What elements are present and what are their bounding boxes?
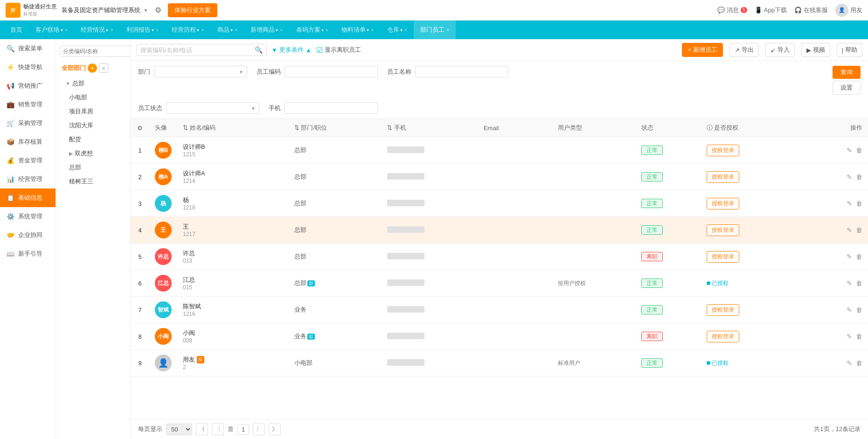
- dept-select[interactable]: [154, 66, 247, 77]
- import-button[interactable]: ↙ 导入: [765, 43, 795, 57]
- sidebar-item-operation[interactable]: 📊 经营管理: [0, 170, 56, 188]
- col-phone[interactable]: ⇅ 手机: [382, 119, 478, 137]
- delete-icon-0[interactable]: 🗑: [856, 146, 862, 154]
- dept-node-shenyangdaku[interactable]: 沈阳大库: [56, 118, 130, 132]
- dept-node-xiangmukufang[interactable]: 项目库房: [56, 105, 130, 118]
- tab-barcode[interactable]: 条码方案 ▾×: [290, 21, 335, 39]
- sidebar-item-finance[interactable]: 💰 资金管理: [0, 151, 56, 170]
- sidebar-item-purchase[interactable]: 🛒 采购管理: [0, 114, 56, 132]
- emp-search-input[interactable]: [140, 47, 255, 54]
- tab-home[interactable]: 首页: [4, 21, 29, 39]
- col-settings[interactable]: ⚙: [131, 119, 149, 137]
- sidebar-item-inventory[interactable]: 📦 库存核算: [0, 132, 56, 151]
- sidebar-item-collab[interactable]: 🤝 企业协同: [0, 226, 56, 244]
- prev-page-button[interactable]: 〈: [212, 423, 224, 435]
- edit-icon-8[interactable]: ✎: [847, 359, 852, 367]
- edit-icon-5[interactable]: ✎: [847, 279, 852, 287]
- delete-icon-4[interactable]: 🗑: [856, 253, 862, 260]
- show-resigned-checkbox[interactable]: ☑ 显示离职员工: [316, 46, 361, 55]
- settings-gear-icon[interactable]: ⚙: [155, 6, 161, 14]
- filter-settings-button[interactable]: 设置: [833, 81, 861, 95]
- empcode-input[interactable]: [285, 66, 378, 77]
- app-download-button[interactable]: 📱 App下载: [755, 6, 787, 14]
- edit-icon-4[interactable]: ✎: [847, 253, 852, 260]
- first-page-button[interactable]: 《: [196, 423, 208, 435]
- dept-add-icon[interactable]: +: [88, 63, 97, 73]
- empstatus-select[interactable]: [166, 102, 259, 114]
- tab-barcode-close[interactable]: ×: [326, 27, 328, 33]
- tab-addgoods-close[interactable]: ×: [280, 27, 283, 33]
- tab-operation[interactable]: 经营情况 ▾×: [74, 21, 119, 39]
- delete-icon-5[interactable]: 🗑: [856, 279, 862, 287]
- export-button[interactable]: ↗ 导出: [729, 43, 759, 57]
- tab-customer-close[interactable]: ×: [65, 27, 68, 33]
- query-button[interactable]: 查询: [833, 66, 861, 79]
- dept-node-zongbu-root[interactable]: ▼总部: [56, 77, 130, 91]
- next-page-button[interactable]: 〉: [253, 423, 265, 435]
- tab-goods-close[interactable]: ×: [235, 27, 237, 33]
- delete-icon-8[interactable]: 🗑: [856, 359, 862, 367]
- tab-history[interactable]: 经营历程 ▾×: [165, 21, 210, 39]
- tab-wh-close[interactable]: ×: [404, 27, 407, 33]
- auth-button-6[interactable]: 授权登录: [707, 304, 739, 316]
- dept-node-peihuo[interactable]: 配货: [56, 132, 130, 146]
- auth-button-3[interactable]: 授权登录: [707, 224, 739, 236]
- tab-bom[interactable]: 物料清单 ▾×: [335, 21, 380, 39]
- tab-profit[interactable]: 利润报告 ▾×: [120, 21, 165, 39]
- message-button[interactable]: 💬 消息 5: [717, 6, 747, 14]
- col-dept[interactable]: ⇅ 部门/职位: [289, 119, 382, 137]
- dept-collapse-icon[interactable]: «: [99, 63, 108, 73]
- auth-button-4[interactable]: 授权登录: [707, 251, 739, 263]
- dept-tree-all[interactable]: 全部部门 + «: [56, 60, 130, 77]
- trial-button[interactable]: 体验行业方案: [168, 3, 217, 17]
- help-button[interactable]: | 帮助: [837, 43, 862, 57]
- tab-addgoods[interactable]: 新增商品 ▾×: [244, 21, 289, 39]
- delete-icon-2[interactable]: 🗑: [856, 200, 862, 207]
- tab-dept-close[interactable]: ×: [446, 27, 449, 33]
- dept-node-shuanghuxiang[interactable]: ▶双虎想: [56, 146, 130, 160]
- page-size-select[interactable]: 50 100: [166, 424, 192, 435]
- user-area[interactable]: 👤 用友: [835, 4, 862, 17]
- sidebar-item-sales[interactable]: 💼 销售管理: [0, 95, 56, 114]
- sidebar-item-system[interactable]: ⚙️ 系统管理: [0, 207, 56, 226]
- sidebar-item-search[interactable]: 🔍 搜索菜单: [0, 39, 56, 58]
- edit-icon-2[interactable]: ✎: [847, 200, 852, 207]
- tab-profit-close[interactable]: ×: [156, 27, 159, 33]
- auth-button-0[interactable]: 授权登录: [707, 145, 739, 156]
- tab-goods[interactable]: 商品 ▾×: [211, 21, 244, 39]
- delete-icon-7[interactable]: 🗑: [856, 333, 862, 340]
- online-service-button[interactable]: 🎧 在线客服: [794, 6, 828, 14]
- tab-customer[interactable]: 客户联络 ▾×: [29, 21, 74, 39]
- last-page-button[interactable]: 》: [269, 423, 281, 435]
- tab-warehouse[interactable]: 仓库 ▾×: [381, 21, 414, 39]
- delete-icon-1[interactable]: 🗑: [856, 173, 862, 181]
- edit-icon-1[interactable]: ✎: [847, 173, 852, 181]
- dept-node-zongbu-sub[interactable]: 总部: [56, 160, 130, 174]
- edit-icon-6[interactable]: ✎: [847, 306, 852, 314]
- auth-button-1[interactable]: 授权登录: [707, 171, 739, 183]
- add-employee-button[interactable]: + 新增员工: [682, 43, 722, 57]
- tab-bom-close[interactable]: ×: [371, 27, 374, 33]
- filter-more-button[interactable]: ▼ 更多条件 ▲: [271, 46, 312, 54]
- edit-icon-7[interactable]: ✎: [847, 333, 852, 340]
- tab-history-close[interactable]: ×: [201, 27, 204, 33]
- title-arrow-icon[interactable]: ▼: [143, 7, 148, 13]
- delete-icon-3[interactable]: 🗑: [856, 226, 862, 234]
- dept-node-xiaodibu[interactable]: 小电部: [56, 91, 130, 105]
- view-button[interactable]: ▶ 视频: [801, 43, 830, 57]
- empname-input[interactable]: [415, 66, 508, 77]
- sidebar-item-marketing[interactable]: 📢 营销推广: [0, 77, 56, 95]
- sidebar-item-guide[interactable]: 📖 新手引导: [0, 244, 56, 263]
- sidebar-item-nav[interactable]: ⚡ 快捷导航: [0, 58, 56, 77]
- auth-button-2[interactable]: 授权登录: [707, 198, 739, 209]
- auth-button-7[interactable]: 授权登录: [707, 331, 739, 342]
- col-name[interactable]: ⇅ 姓名/编码: [177, 119, 289, 137]
- sidebar-item-basic[interactable]: 📋 基础信息: [0, 188, 56, 207]
- tab-op-close[interactable]: ×: [110, 27, 113, 33]
- phone-input[interactable]: [285, 102, 378, 114]
- edit-icon-3[interactable]: ✎: [847, 226, 852, 234]
- edit-icon-0[interactable]: ✎: [847, 146, 852, 154]
- tab-dept-emp[interactable]: 部门员工 ×: [414, 21, 456, 39]
- dept-node-zhishuwangsan[interactable]: 植树王三: [56, 174, 130, 188]
- dept-search-input[interactable]: [60, 46, 131, 57]
